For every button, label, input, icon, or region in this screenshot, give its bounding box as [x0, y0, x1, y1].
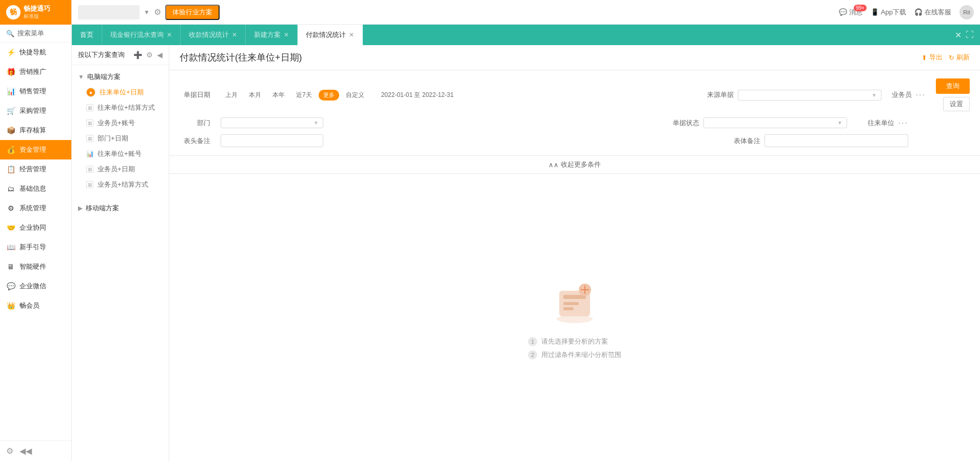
scheme-salesman-settlement[interactable]: ▦ 业务员+结算方式: [72, 177, 169, 192]
sidebar-item-enterprise[interactable]: 🤝 企业协同: [0, 218, 71, 237]
svg-rect-4: [563, 307, 574, 310]
date-btn-this-month[interactable]: 本月: [244, 89, 266, 102]
tab-payment-stats-close[interactable]: ✕: [349, 31, 354, 38]
tab-close-all-icon[interactable]: ✕: [955, 30, 962, 40]
tab-income-stats[interactable]: 收款情况统计 ✕: [181, 25, 246, 45]
member-icon: 👑: [6, 301, 15, 310]
hint-num-1: 1: [528, 337, 537, 346]
sidebar-item-hardware[interactable]: 🖥 智能硬件: [0, 257, 71, 276]
sidebar-item-business[interactable]: 📋 经营管理: [0, 159, 71, 179]
settings-btn[interactable]: 设置: [943, 97, 970, 111]
scheme-icon-grid3: ▦: [86, 135, 93, 142]
scheme-unit-account[interactable]: 📊 往来单位+账号: [72, 146, 169, 162]
enterprise-icon: 🤝: [6, 223, 15, 232]
scheme-salesman-account[interactable]: ▦ 业务员+账号: [72, 115, 169, 131]
collapse-panel-icon[interactable]: ◀: [157, 51, 163, 59]
date-btn-custom[interactable]: 自定义: [341, 89, 369, 102]
search-menu-item[interactable]: 🔍 搜索菜单: [0, 25, 71, 43]
mobile-section-arrow: ▶: [78, 205, 83, 212]
settings-bottom-icon[interactable]: ⚙: [6, 446, 13, 456]
user-avatar[interactable]: Rit: [959, 5, 974, 19]
sidebar-item-system[interactable]: ⚙ 系统管理: [0, 198, 71, 218]
tab-home[interactable]: 首页: [72, 25, 102, 45]
tab-payment-stats[interactable]: 付款情况统计 ✕: [298, 25, 363, 45]
scheme-salesman-date[interactable]: ▦ 业务员+日期: [72, 162, 169, 177]
salesman-filter-group: 业务员 ···: [892, 90, 926, 99]
tab-expand-icon[interactable]: ⛶: [966, 30, 974, 39]
mobile-section: ▶ 移动端方案: [72, 196, 169, 220]
messages-btn[interactable]: 💬 消息 99+: [839, 8, 863, 17]
trial-btn[interactable]: 体验行业方案: [165, 5, 220, 20]
date-btn-this-year[interactable]: 本年: [268, 89, 289, 102]
tab-bank-flow-close[interactable]: ✕: [167, 31, 172, 38]
pc-section-arrow: ▼: [78, 73, 84, 81]
scheme-icon-grid2: ▦: [86, 119, 93, 127]
tab-actions: ✕ ⛶: [949, 25, 980, 45]
date-range-display: 2022-01-01 至 2022-12-31: [381, 91, 454, 99]
voucher-status-label: 单据状态: [673, 118, 699, 128]
table-body-notes-label: 表体备注: [734, 136, 760, 146]
sidebar-item-sales[interactable]: 📊 销售管理: [0, 82, 71, 101]
sidebar-item-basic-info[interactable]: 🗂 基础信息: [0, 179, 71, 198]
refresh-btn[interactable]: ↻ 刷新: [949, 53, 970, 62]
sidebar-item-inventory[interactable]: 📦 库存核算: [0, 121, 71, 140]
date-buttons: 上月 本月 本年 近7天 更多 自定义: [221, 89, 369, 102]
mobile-section-header[interactable]: ▶ 移动端方案: [72, 201, 169, 216]
app-download-btn[interactable]: 📱 App下载: [871, 8, 906, 17]
collapse-arrow-icon: ∧∧: [548, 161, 559, 169]
hardware-icon: 🖥: [6, 262, 15, 271]
logo-text: 畅捷通巧 标准版: [24, 5, 50, 20]
left-panel: 按以下方案查询 ➕ ⚙ ◀ ▼ 电脑端方案 ● 往来单位+日期 ▦: [72, 45, 169, 461]
table-head-notes-label: 表头备注: [180, 136, 210, 146]
collapse-btn[interactable]: ∧∧ 收起更多条件: [548, 160, 601, 169]
online-service-btn[interactable]: 🎧 在线客服: [914, 8, 951, 17]
collapse-sidebar-icon[interactable]: ◀◀: [19, 446, 32, 456]
sidebar-item-marketing[interactable]: 🎁 营销推广: [0, 62, 71, 82]
date-label: 单据日期: [180, 90, 210, 99]
sidebar-item-finance[interactable]: 💰 资金管理: [0, 140, 71, 159]
sidebar-item-guide[interactable]: 📖 新手引导: [0, 237, 71, 257]
empty-hints: 1 请先选择要分析的方案 2 用过滤条件来缩小分析范围: [528, 337, 621, 359]
sidebar-item-purchase[interactable]: 🛒 采购管理: [0, 101, 71, 121]
voucher-status-select[interactable]: ▼: [703, 117, 847, 128]
salesman-label: 业务员: [892, 90, 912, 99]
page-title: 付款情况统计(往来单位+日期): [180, 51, 302, 64]
table-body-notes-input[interactable]: [765, 134, 908, 147]
phone-icon: 📱: [871, 8, 879, 16]
pc-section-header[interactable]: ▼ 电脑端方案: [72, 69, 169, 85]
tab-bank-flow[interactable]: 现金银行流水查询 ✕: [102, 25, 181, 45]
purchase-icon: 🛒: [6, 106, 15, 115]
scheme-settings-icon[interactable]: ⚙: [146, 51, 153, 59]
weixin-icon: 💬: [6, 282, 15, 291]
tab-new-plan[interactable]: 新建方案 ✕: [246, 25, 298, 45]
sidebar-item-member[interactable]: 👑 畅会员: [0, 296, 71, 315]
sidebar-item-quick-nav[interactable]: ⚡ 快捷导航: [0, 43, 71, 62]
date-btn-prev-month[interactable]: 上月: [221, 89, 242, 102]
message-icon: 💬: [839, 8, 847, 16]
sidebar-item-weixin[interactable]: 💬 企业微信: [0, 276, 71, 296]
sidebar-logo: 畅 畅捷通巧 标准版: [0, 0, 71, 25]
topbar-dropdown-icon[interactable]: ▼: [144, 9, 150, 16]
related-unit-dots: ···: [898, 118, 908, 128]
sidebar: 畅 畅捷通巧 标准版 🔍 搜索菜单 ⚡ 快捷导航 🎁 营销推广 📊 销售管理 🛒…: [0, 0, 72, 461]
tab-new-plan-close[interactable]: ✕: [284, 31, 289, 38]
topbar-gear-icon[interactable]: ⚙: [154, 7, 161, 17]
scheme-unit-settlement[interactable]: ▦ 往来单位+结算方式: [72, 100, 169, 115]
add-scheme-icon[interactable]: ➕: [133, 51, 142, 59]
topbar: ▼ ⚙ 体验行业方案 💬 消息 99+ 📱 App下载 🎧 在线客服 Rit: [72, 0, 980, 25]
source-select[interactable]: ▼: [738, 90, 881, 101]
sales-icon: 📊: [6, 87, 15, 96]
date-btn-last-7[interactable]: 近7天: [291, 89, 317, 102]
source-select-arrow: ▼: [872, 92, 877, 98]
export-btn[interactable]: ⬆ 导出: [922, 53, 943, 62]
query-btn[interactable]: 查询: [936, 78, 970, 94]
table-head-notes-input[interactable]: [221, 134, 323, 147]
date-btn-more[interactable]: 更多: [319, 90, 339, 101]
scheme-unit-date[interactable]: ● 往来单位+日期: [72, 85, 169, 100]
tab-income-stats-close[interactable]: ✕: [232, 31, 237, 38]
dept-select[interactable]: ▼: [221, 117, 323, 128]
collapse-bar: ∧∧ 收起更多条件: [169, 156, 980, 174]
content-area: 按以下方案查询 ➕ ⚙ ◀ ▼ 电脑端方案 ● 往来单位+日期 ▦: [72, 45, 980, 461]
system-icon: ⚙: [6, 204, 15, 213]
scheme-dept-date[interactable]: ▦ 部门+日期: [72, 131, 169, 146]
